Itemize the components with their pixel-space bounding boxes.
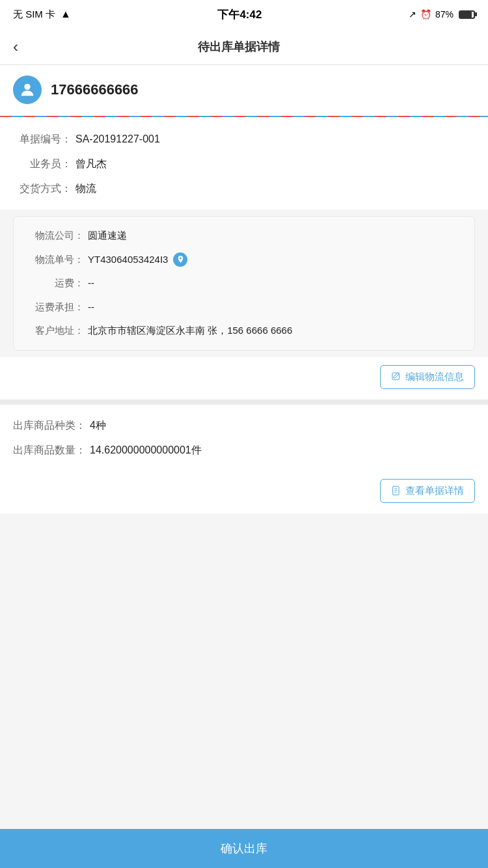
delivery-method-value: 物流 <box>75 181 475 197</box>
view-detail-button[interactable]: 查看单据详情 <box>380 479 475 503</box>
status-left: 无 SIM 卡 ▲ <box>13 8 71 21</box>
logistics-card: 物流公司： 圆通速递 物流单号： YT43064053424I3 运费： -- … <box>13 216 475 351</box>
tracking-number-label: 物流单号： <box>25 252 84 267</box>
avatar <box>13 75 42 104</box>
alarm-icon: ⏰ <box>420 9 431 20</box>
status-right: ↗ ⏰ 87% <box>409 9 475 20</box>
document-icon <box>391 485 401 496</box>
logistics-company-label: 物流公司： <box>25 228 84 243</box>
tracking-location-icon[interactable] <box>173 252 187 267</box>
freight-value: -- <box>88 276 463 291</box>
sales-person-row: 业务员： 曾凡杰 <box>13 156 475 172</box>
battery-text: 87% <box>435 9 454 20</box>
product-quantity-row: 出库商品数量： 14.620000000000001件 <box>13 442 475 458</box>
gray-divider <box>0 400 488 405</box>
product-type-label: 出库商品种类： <box>13 418 86 433</box>
back-button[interactable]: ‹ <box>13 39 18 55</box>
sales-person-label: 业务员： <box>13 156 72 172</box>
freight-bearer-value: -- <box>88 300 463 315</box>
freight-bearer-label: 运费承担： <box>25 300 84 315</box>
carrier-text: 无 SIM 卡 <box>13 8 55 21</box>
tracking-number-value: YT43064053424I3 <box>88 252 463 267</box>
status-bar: 无 SIM 卡 ▲ 下午4:42 ↗ ⏰ 87% <box>0 0 488 29</box>
order-info-section: 单据编号： SA-20191227-001 业务员： 曾凡杰 交货方式： 物流 <box>0 118 488 210</box>
sales-person-value: 曾凡杰 <box>75 156 475 172</box>
logistics-company-row: 物流公司： 圆通速递 <box>25 228 463 243</box>
delivery-method-label: 交货方式： <box>13 181 72 197</box>
product-type-value: 4种 <box>90 418 475 433</box>
document-number-row: 单据编号： SA-20191227-001 <box>13 131 475 147</box>
svg-point-0 <box>24 84 30 90</box>
edit-icon <box>391 372 401 382</box>
product-quantity-label: 出库商品数量： <box>13 442 86 458</box>
freight-row: 运费： -- <box>25 276 463 291</box>
product-quantity-value: 14.620000000000001件 <box>90 442 475 458</box>
customer-header: 17666666666 <box>0 65 488 115</box>
dashed-divider <box>0 115 488 118</box>
status-time: 下午4:42 <box>217 7 262 22</box>
document-number-value: SA-20191227-001 <box>75 131 475 147</box>
nav-bar: ‹ 待出库单据详情 <box>0 29 488 65</box>
logistics-company-value: 圆通速递 <box>88 228 463 243</box>
customer-address-value: 北京市市辖区海淀区永丰南 张，156 6666 6666 <box>88 323 463 338</box>
location-status-icon: ↗ <box>409 9 416 20</box>
freight-label: 运费： <box>25 276 84 291</box>
view-detail-label: 查看单据详情 <box>405 485 464 497</box>
customer-phone: 17666666666 <box>51 81 139 98</box>
wifi-icon: ▲ <box>61 8 71 20</box>
freight-bearer-row: 运费承担： -- <box>25 300 463 315</box>
document-number-label: 单据编号： <box>13 131 72 147</box>
empty-space <box>0 513 488 670</box>
product-section: 出库商品种类： 4种 出库商品数量： 14.620000000000001件 <box>0 405 488 471</box>
battery-icon <box>459 10 475 19</box>
edit-logistics-label: 编辑物流信息 <box>405 371 464 383</box>
delivery-method-row: 交货方式： 物流 <box>13 181 475 197</box>
tracking-number-row: 物流单号： YT43064053424I3 <box>25 252 463 267</box>
confirm-btn-area[interactable]: 确认出库 <box>0 829 488 868</box>
product-type-row: 出库商品种类： 4种 <box>13 418 475 433</box>
customer-address-label: 客户地址： <box>25 323 84 338</box>
customer-address-row: 客户地址： 北京市市辖区海淀区永丰南 张，156 6666 6666 <box>25 323 463 338</box>
page-title: 待出库单据详情 <box>29 39 449 55</box>
edit-btn-container: 编辑物流信息 <box>0 357 488 400</box>
view-detail-container: 查看单据详情 <box>0 471 488 513</box>
confirm-btn-text: 确认出库 <box>221 841 267 856</box>
edit-logistics-button[interactable]: 编辑物流信息 <box>380 365 475 389</box>
